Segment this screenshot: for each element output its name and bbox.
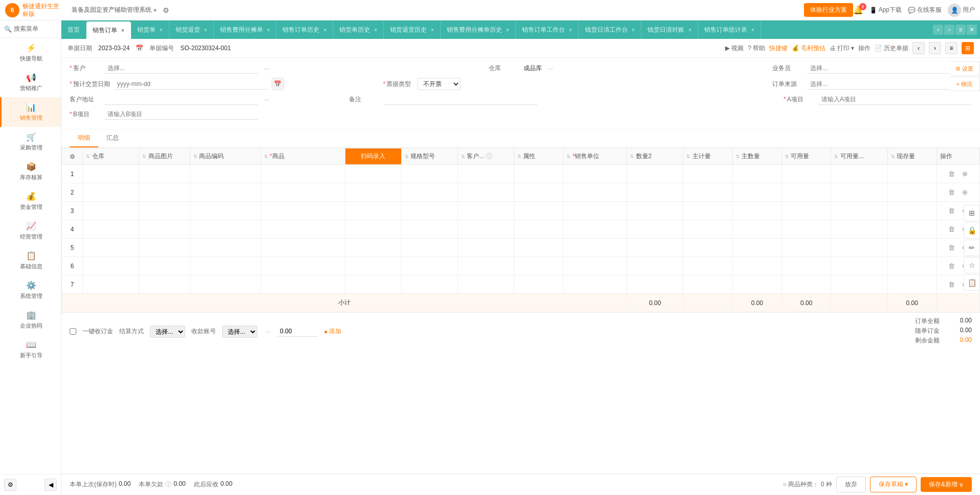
tab-workbench[interactable]: 销售订单工作台 × [516, 20, 579, 39]
tab-slip-history[interactable]: 销货单历史 × [333, 20, 384, 39]
view-btn[interactable]: ▶ 视频 [725, 44, 744, 53]
row-1-delete-btn[interactable]: 🗑 [946, 168, 957, 180]
settings-float-btn[interactable]: ⚙ 设置 [949, 61, 980, 76]
row-1-attribute[interactable] [514, 165, 563, 183]
row-3-delete-btn[interactable]: 🗑 [946, 205, 957, 217]
ticket-select[interactable]: 不开票 [418, 78, 461, 90]
delivery-input[interactable] [114, 79, 268, 90]
prev-record-btn[interactable]: ‹ [912, 42, 925, 54]
tab-sales-order[interactable]: 销售订单 × [86, 21, 131, 39]
sidebar-item-purchase[interactable]: 🛒 采购管理 [0, 127, 61, 157]
row-4-delete-btn[interactable]: 🗑 [946, 224, 957, 235]
row-1-code[interactable] [190, 165, 260, 183]
tab-home[interactable]: 首页 [61, 20, 86, 39]
account-more-btn[interactable]: ··· [266, 328, 271, 335]
tab-close-sales-fee[interactable]: × [267, 27, 270, 33]
row-5-delete-btn[interactable]: 🗑 [946, 242, 957, 253]
help-btn[interactable]: ? 帮助 [748, 44, 765, 53]
row-1-copy-btn[interactable]: ⊕ [959, 168, 970, 180]
col-scan[interactable]: 扫码录入 [345, 148, 401, 165]
system-dropdown-btn[interactable]: ▾ [154, 7, 157, 14]
tab-close-return-history[interactable]: × [431, 27, 434, 33]
tab-close-order-history[interactable]: × [323, 27, 326, 33]
sidebar-collapse-btn[interactable]: ◀ [45, 479, 57, 491]
tab-return-history[interactable]: 销货退货历史 × [384, 20, 441, 39]
tab-sales-slip[interactable]: 销货单 × [131, 20, 169, 39]
row-1-available2[interactable] [831, 165, 887, 183]
print-btn[interactable]: 🖨 打印 ▾ [830, 44, 854, 53]
tab-sales-return[interactable]: 销货退货 × [169, 20, 214, 39]
row-2-code[interactable] [190, 183, 260, 202]
row-1-customer-code[interactable] [458, 165, 514, 183]
delivery-calendar-btn[interactable]: 📅 [272, 78, 284, 90]
row-1-available[interactable] [782, 165, 831, 183]
remark-input[interactable] [384, 94, 537, 105]
row-1-current[interactable] [887, 165, 937, 183]
add-float-btn[interactable]: + 物流 [949, 77, 980, 91]
account-select[interactable]: 选择... [222, 326, 257, 338]
profit-btn[interactable]: 💰 毛利预估 [792, 44, 825, 53]
row-1-warehouse[interactable] [83, 165, 139, 183]
next-record-btn[interactable]: › [929, 42, 941, 54]
tab-close-slip-history[interactable]: × [374, 27, 377, 33]
row-1-product[interactable] [260, 165, 345, 183]
row-2-attribute[interactable] [514, 183, 563, 202]
sidebar-search[interactable]: 🔍 搜索菜单 [0, 20, 61, 38]
row-2-unit[interactable] [563, 183, 627, 202]
discard-btn[interactable]: 放弃 [836, 477, 866, 492]
one-click-checkbox[interactable] [70, 328, 76, 335]
tab-close-sales-slip[interactable]: × [160, 27, 163, 33]
row-1-unit[interactable] [563, 165, 627, 183]
save-draft-btn[interactable]: 保存草稿 ▾ [870, 477, 917, 492]
sidebar-settings-btn[interactable]: ⚙ [4, 479, 16, 491]
row-1-main-unit[interactable] [683, 165, 732, 183]
tab-next-btn[interactable]: › [944, 25, 954, 35]
tab-close-fee-history[interactable]: × [506, 27, 509, 33]
b-project-input[interactable] [104, 109, 258, 120]
customer-input[interactable] [104, 63, 258, 74]
tab-close-workbench[interactable]: × [569, 27, 572, 33]
customer-code-info-icon[interactable]: ⓘ [486, 153, 492, 160]
row-1-qty2[interactable] [627, 165, 683, 183]
warehouse-more-btn[interactable]: ··· [548, 65, 553, 72]
history-btn[interactable]: 📄 历史单据 [875, 44, 908, 53]
save-new-btn[interactable]: 保存&新增 ∨ [921, 477, 972, 492]
address-input[interactable] [104, 94, 258, 105]
tab-close-cash-reconcile[interactable]: × [688, 27, 691, 33]
tab-order-stats[interactable]: 销售订单统计表 × [698, 20, 761, 39]
tab-cash-reconcile[interactable]: 钱货日清对账 × [641, 20, 698, 39]
row-2-spec[interactable] [401, 183, 458, 202]
tab-order-history[interactable]: 销售订单历史 × [276, 20, 333, 39]
tab-sales-fee[interactable]: 销售费用分摊单 × [214, 20, 277, 39]
list-view-btn[interactable]: ≡ [945, 42, 957, 54]
row-1-main-qty[interactable] [732, 165, 781, 183]
sidebar-item-finance[interactable]: 💰 资金管理 [0, 186, 61, 216]
solution-button[interactable]: 体验行业方案 [804, 3, 853, 17]
row-1-image[interactable] [139, 165, 190, 183]
row-2-warehouse[interactable] [83, 183, 139, 202]
row-6-delete-btn[interactable]: 🗑 [946, 261, 957, 272]
col-settings[interactable]: ⚙ [62, 148, 83, 165]
row-2-delete-btn[interactable]: 🗑 [946, 187, 957, 198]
row-2-image[interactable] [139, 183, 190, 202]
tab-close-cash-workbench[interactable]: × [632, 27, 635, 33]
right-float-edit-btn[interactable]: ✏ [964, 240, 980, 256]
row-2-current[interactable] [887, 183, 937, 202]
row-2-qty2[interactable] [627, 183, 683, 202]
sidebar-item-operation[interactable]: 📈 经营管理 [0, 216, 61, 246]
online-service-link[interactable]: 💬 在线客服 [908, 6, 942, 14]
operations-btn[interactable]: 操作 [858, 44, 870, 53]
tab-close-all-btn[interactable]: ✕ [967, 25, 977, 35]
grid-view-btn[interactable]: ⊞ [962, 42, 974, 54]
notification-btn[interactable]: 🔔 9 [853, 5, 863, 15]
row-1-spec[interactable] [401, 165, 458, 183]
tab-cash-workbench[interactable]: 钱货日清工作台 × [579, 20, 642, 39]
address-more-btn[interactable]: ··· [264, 96, 269, 103]
shortcut-btn[interactable]: 快捷键 [769, 44, 788, 53]
right-float-star-btn[interactable]: ☆ [964, 257, 980, 273]
tab-prev-btn[interactable]: ‹ [933, 25, 943, 35]
payment-method-select[interactable]: 选择... [150, 326, 185, 338]
right-float-grid-btn[interactable]: ⊞ [964, 205, 980, 221]
sidebar-item-system[interactable]: ⚙️ 系统管理 [0, 275, 61, 305]
row-2-scan[interactable] [345, 183, 401, 202]
